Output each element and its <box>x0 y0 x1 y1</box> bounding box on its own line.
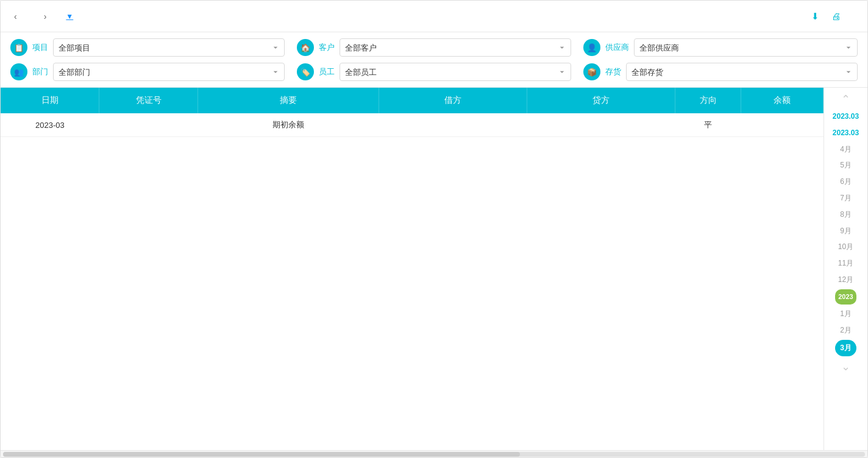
project-filter-group: 📋 项目 全部项目 <box>10 38 285 57</box>
ledger-table: 日期 凭证号 摘要 借方 贷方 方向 余额 2023-03期初余额平 <box>1 88 824 137</box>
horizontal-scrollbar[interactable] <box>1 450 867 457</box>
main-modal: ‹ › ▼ ⬇ 🖨 📋 项目 全部项目 <box>0 0 868 458</box>
period-2023-03-top[interactable]: 2023.03 <box>830 108 861 125</box>
col-summary: 摘要 <box>198 88 379 113</box>
month-2[interactable]: 2月 <box>830 322 861 339</box>
customer-filter-group: 🏠 客户 全部客户 <box>297 38 571 57</box>
col-balance: 余额 <box>741 88 824 113</box>
table-wrapper: 日期 凭证号 摘要 借方 贷方 方向 余额 2023-03期初余额平 <box>1 88 824 450</box>
department-label: 部门 <box>32 66 48 77</box>
month-11[interactable]: 11月 <box>830 255 861 272</box>
header: ‹ › ▼ ⬇ 🖨 <box>1 1 867 32</box>
supplier-icon: 👤 <box>583 39 600 56</box>
content-area: 日期 凭证号 摘要 借方 贷方 方向 余额 2023-03期初余额平 ⌃ 2 <box>1 88 867 450</box>
month-6[interactable]: 6月 <box>830 174 861 190</box>
supplier-select[interactable]: 全部供应商 <box>634 38 858 57</box>
employee-icon: 🏷️ <box>297 63 314 80</box>
col-direction: 方向 <box>675 88 741 113</box>
col-credit: 贷方 <box>527 88 675 113</box>
col-debit: 借方 <box>379 88 527 113</box>
download-button[interactable]: ⬇ <box>811 11 822 22</box>
customer-select[interactable]: 全部客户 <box>340 38 571 57</box>
month-10[interactable]: 10月 <box>830 239 861 255</box>
period-2023-03[interactable]: 2023.03 <box>830 125 861 141</box>
prev-account-button[interactable]: ‹ <box>10 10 21 23</box>
department-icon: 👥 <box>10 63 27 80</box>
department-filter-group: 👥 部门 全部部门 <box>10 63 285 81</box>
filter-panel: 📋 项目 全部项目 🏠 客户 全部客户 👤 供应商 全部供应商 👥 部门 全 <box>1 32 867 88</box>
project-icon: 📋 <box>10 39 27 56</box>
scroll-track <box>3 452 865 457</box>
timeline-down-button[interactable]: ⌄ <box>839 358 853 376</box>
employee-label: 员工 <box>319 66 335 77</box>
month-5[interactable]: 5月 <box>830 157 861 174</box>
project-select[interactable]: 全部项目 <box>53 38 285 57</box>
print-button[interactable]: 🖨 <box>831 11 843 21</box>
cell-direction: 平 <box>675 113 741 137</box>
cell-credit <box>527 113 675 137</box>
month-1[interactable]: 1月 <box>830 306 861 322</box>
table-header-row: 日期 凭证号 摘要 借方 贷方 方向 余额 <box>1 88 824 113</box>
month-8[interactable]: 8月 <box>830 206 861 223</box>
supplier-label: 供应商 <box>605 42 629 53</box>
customer-icon: 🏠 <box>297 39 314 56</box>
cell-summary: 期初余额 <box>198 113 379 137</box>
cell-date: 2023-03 <box>1 113 99 137</box>
next-account-button[interactable]: › <box>40 10 51 23</box>
col-voucher: 凭证号 <box>99 88 198 113</box>
cell-voucher <box>99 113 198 137</box>
month-12[interactable]: 12月 <box>830 272 861 288</box>
inventory-filter-group: 📦 存货 全部存货 <box>583 63 858 81</box>
employee-filter-group: 🏷️ 员工 全部员工 <box>297 63 571 81</box>
inventory-label: 存货 <box>605 66 621 77</box>
cell-balance <box>741 113 824 137</box>
supplier-filter-group: 👤 供应商 全部供应商 <box>583 38 858 57</box>
cell-debit <box>379 113 527 137</box>
col-date: 日期 <box>1 88 99 113</box>
table-row[interactable]: 2023-03期初余额平 <box>1 113 824 137</box>
project-label: 项目 <box>32 42 48 53</box>
customer-label: 客户 <box>319 42 335 53</box>
employee-select[interactable]: 全部员工 <box>340 63 571 81</box>
month-3-active[interactable]: 3月 <box>835 340 856 356</box>
inventory-select[interactable]: 全部存货 <box>626 63 858 81</box>
scroll-thumb[interactable] <box>3 452 520 457</box>
inventory-icon: 📦 <box>583 63 600 80</box>
year-2023[interactable]: 2023 <box>835 289 856 305</box>
department-select[interactable]: 全部部门 <box>53 63 285 81</box>
chevron-down-icon: ▼ <box>66 12 73 21</box>
timeline-up-button[interactable]: ⌃ <box>839 90 853 108</box>
month-7[interactable]: 7月 <box>830 190 861 206</box>
month-4[interactable]: 4月 <box>830 141 861 158</box>
sub-filter-control[interactable]: ▼ <box>62 12 73 21</box>
header-actions: ⬇ 🖨 <box>811 11 858 22</box>
timeline-sidebar: ⌃ 2023.032023.034月5月6月7月8月9月10月11月12月202… <box>824 88 867 450</box>
print-icon: 🖨 <box>831 11 841 21</box>
month-9[interactable]: 9月 <box>830 223 861 239</box>
download-icon: ⬇ <box>811 11 819 22</box>
